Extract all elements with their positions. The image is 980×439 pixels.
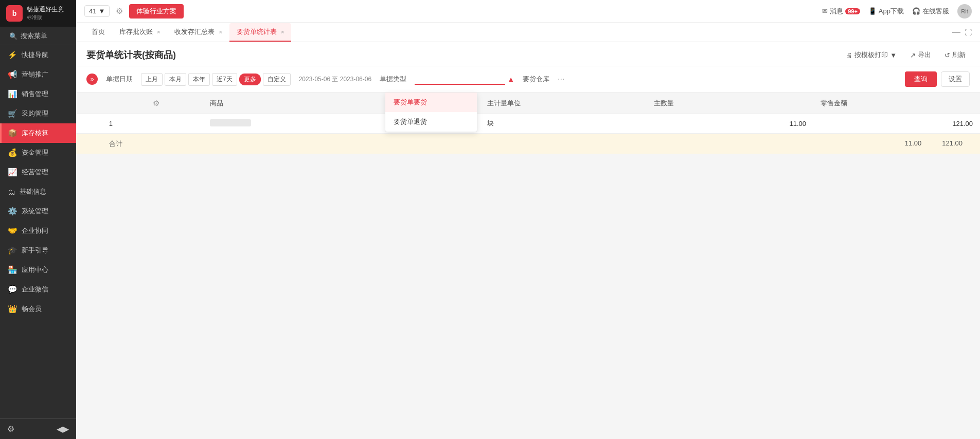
date-btn-recent7[interactable]: 近7天 [212,73,237,86]
data-table: ⚙ 商品 主计量单位 主数量 零售金额 1 [76,94,980,134]
sidebar-search-label: 搜索菜单 [21,31,47,41]
sidebar-item-system[interactable]: ⚙️ 系统管理 [0,202,76,221]
member-icon: 👑 [8,304,17,314]
goods-placeholder [210,119,251,126]
sidebar-item-label: 系统管理 [22,207,48,216]
sidebar-item-enterprise[interactable]: 🤝 企业协同 [0,221,76,241]
tab-receive-summary[interactable]: 收发存汇总表 × [167,23,229,42]
tab-home[interactable]: 首页 [84,23,112,42]
date-range-buttons: 上月 本月 本年 近7天 更多 自定义 [141,73,291,86]
date-btn-more[interactable]: 更多 [239,74,261,85]
cell-seq: 1 [76,114,146,134]
settings-icon-topbar[interactable]: ⚙ [116,6,123,16]
date-filter-label: 单据日期 [106,75,133,84]
sidebar-item-label: 采购管理 [22,109,48,118]
basic-icon: 🗂 [8,188,15,196]
service-label: 在线客服 [922,7,949,16]
sidebar-item-sales[interactable]: 📊 销售管理 [0,84,76,104]
total-qty: 11.00 [905,139,922,149]
tab-expand-icon[interactable]: — [952,28,960,37]
sidebar-item-operation[interactable]: 📈 经营管理 [0,162,76,182]
app-label: App下载 [879,7,904,16]
date-btn-this-month[interactable]: 本月 [165,73,186,86]
tab-receive-summary-close[interactable]: × [219,29,222,35]
main-area: 41 ▼ ⚙ 体验行业方案 ✉ 消息 99+ 📱 App下载 🎧 在线客服 Ri… [76,0,980,439]
type-filter-label: 单据类型 [380,75,406,84]
table-footer: 合计 11.00 121.00 [76,134,980,154]
sidebar-item-label: 经营管理 [22,168,48,177]
print-btn[interactable]: 🖨 按模板打印 ▼ [842,48,901,62]
filter-settings-btn[interactable]: 设置 [941,71,970,87]
date-btn-last-month[interactable]: 上月 [141,73,163,86]
sidebar-item-label: 企业微信 [22,285,48,294]
cell-unit: 块 [480,114,647,134]
tab-order-stats-label: 要货单统计表 [237,27,277,36]
trial-button[interactable]: 体验行业方案 [129,4,184,19]
sidebar-item-marketing[interactable]: 📢 营销推广 [0,65,76,84]
page-header: 要货单统计表(按商品) 🖨 按模板打印 ▼ ↗ 导出 ↺ 刷新 [76,42,980,66]
table-settings-gear[interactable]: ⚙ [153,99,159,107]
sidebar-item-label: 基础信息 [20,187,46,196]
refresh-btn[interactable]: ↺ 刷新 [940,48,970,62]
sidebar-item-quick-nav[interactable]: ⚡ 快捷导航 [0,45,76,65]
cell-qty: 11.00 [647,114,813,134]
wechat-icon: 💬 [8,285,17,294]
service-item[interactable]: 🎧 在线客服 [912,7,949,16]
sidebar-item-guide[interactable]: 🎓 新手引导 [0,241,76,260]
filter-more-btn[interactable]: ··· [558,75,564,84]
total-label: 合计 [83,139,197,149]
sidebar-search[interactable]: 🔍 搜索菜单 [0,27,76,45]
date-btn-this-year[interactable]: 本年 [188,73,210,86]
app-logo-icon: b [6,5,23,22]
settings-footer-btn[interactable]: ⚙ [7,424,14,434]
sidebar-logo: b 畅捷通好生意 标准版 [0,0,76,27]
print-chevron-icon: ▼ [890,51,897,59]
sidebar-item-purchase[interactable]: 🛒 采购管理 [0,104,76,123]
sidebar-item-appstore[interactable]: 🏪 应用中心 [0,260,76,280]
sidebar-item-label: 应用中心 [22,265,48,275]
sales-icon: 📊 [8,89,17,99]
export-btn[interactable]: ↗ 导出 [906,48,935,62]
app-download-item[interactable]: 📱 App下载 [868,7,904,16]
sidebar-item-inventory[interactable]: 📦 库存核算 [0,123,76,143]
inventory-icon: 📦 [8,129,17,138]
topbar-right: ✉ 消息 99+ 📱 App下载 🎧 在线客服 Rit [822,4,972,19]
filter-bar: » 单据日期 上月 本月 本年 近7天 更多 自定义 2023-05-06 至 … [76,66,980,93]
collapse-footer-btn[interactable]: ◀▶ [57,424,69,434]
type-dropdown-arrow[interactable]: ▲ [507,75,514,83]
query-btn[interactable]: 查询 [905,71,937,87]
cell-amount: 121.00 [813,114,980,134]
sidebar-item-wechat[interactable]: 💬 企业微信 [0,280,76,299]
brand-name: 畅捷通好生意 [27,6,64,14]
avatar-text: Rit [961,8,968,14]
user-avatar[interactable]: Rit [957,4,972,19]
sidebar-item-member[interactable]: 👑 畅会员 [0,299,76,319]
date-btn-custom[interactable]: 自定义 [263,73,291,86]
message-item[interactable]: ✉ 消息 99+ [822,7,860,16]
total-amount: 121.00 [942,139,963,149]
tab-fullscreen-icon[interactable]: ⛶ [965,28,972,36]
sidebar-item-finance[interactable]: 💰 资金管理 [0,143,76,162]
filter-expand-btn[interactable]: » [86,74,98,85]
refresh-icon: ↺ [945,51,950,59]
tab-inventory-batch[interactable]: 库存批次账 × [112,23,167,42]
tab-order-stats[interactable]: 要货单统计表 × [229,23,291,42]
print-icon: 🖨 [846,51,852,59]
tab-order-stats-close[interactable]: × [281,29,284,35]
sidebar-item-basic[interactable]: 🗂 基础信息 [0,182,76,202]
refresh-label: 刷新 [952,50,966,60]
store-selector[interactable]: 41 ▼ [84,5,110,17]
tab-inventory-batch-close[interactable]: × [157,29,160,35]
dropdown-item-0[interactable]: 要货单要货 [385,93,477,112]
col-header-unit: 主计量单位 [480,94,647,114]
page-content: 要货单统计表(按商品) 🖨 按模板打印 ▼ ↗ 导出 ↺ 刷新 » [76,42,980,439]
sidebar-item-label: 企业协同 [22,226,48,235]
page-actions: 🖨 按模板打印 ▼ ↗ 导出 ↺ 刷新 [842,48,970,62]
type-filter-input[interactable] [415,74,505,85]
dropdown-item-1[interactable]: 要货单退货 [385,112,477,132]
sidebar-item-label: 快捷导航 [22,50,48,60]
message-label: 消息 [830,7,843,16]
sidebar-item-label: 资金管理 [22,148,48,157]
tabs-bar: 首页 库存批次账 × 收发存汇总表 × 要货单统计表 × — ⛶ [76,23,980,42]
col-header-amount: 零售金额 [813,94,980,114]
